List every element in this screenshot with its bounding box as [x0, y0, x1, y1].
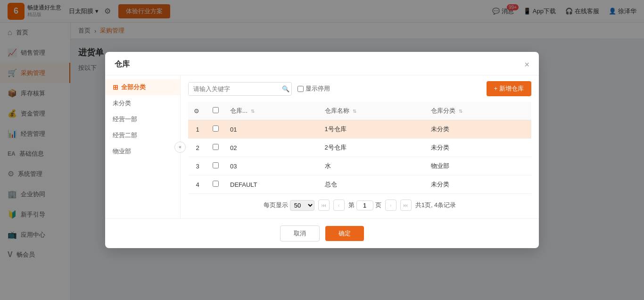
table-row[interactable]: 1 01 1号仓库 未分类	[188, 120, 531, 139]
collapse-category-button[interactable]: «	[174, 142, 186, 153]
row-category: 未分类	[425, 139, 531, 157]
per-page-select: 每页显示 50 100 200	[264, 200, 314, 211]
table-body: 1 01 1号仓库 未分类 2 02 2号仓库	[188, 120, 531, 194]
row-checkbox[interactable]	[207, 157, 224, 175]
row-code: 01	[224, 120, 319, 139]
modal-header: 仓库 ×	[105, 52, 539, 75]
row-name: 总仓	[319, 175, 425, 194]
th-category: 仓库分类 ⇅	[425, 102, 531, 120]
row-num: 1	[188, 120, 207, 139]
total-records: 共1页, 4条记录	[415, 201, 456, 209]
sort-name-icon: ⇅	[353, 108, 356, 114]
per-page-dropdown[interactable]: 50 100 200	[290, 200, 314, 211]
settings-col-icon: ⚙	[194, 108, 199, 115]
table-container: ⚙ 仓库... ⇅ 仓库名称	[188, 102, 531, 194]
th-settings: ⚙	[188, 102, 207, 120]
row-num: 4	[188, 175, 207, 194]
row-name: 水	[319, 157, 425, 175]
confirm-button[interactable]: 确定	[325, 226, 364, 241]
search-box: 🔍	[188, 82, 292, 96]
row-name: 2号仓库	[319, 139, 425, 157]
row-checkbox[interactable]	[207, 120, 224, 139]
category-item-3[interactable]: 物业部	[105, 143, 180, 159]
modal-overlay[interactable]: 仓库 × ⊞ 全部分类 未分类 经营一部 经营二部 物业部 «	[0, 0, 644, 300]
warehouse-modal: 仓库 × ⊞ 全部分类 未分类 经营一部 经营二部 物业部 «	[105, 52, 539, 248]
search-input[interactable]	[189, 83, 277, 95]
next-page-button[interactable]: ›	[385, 200, 396, 211]
row-category: 未分类	[425, 175, 531, 194]
add-warehouse-button[interactable]: + 新增仓库	[487, 81, 531, 96]
th-code: 仓库... ⇅	[224, 102, 319, 120]
prev-page-button[interactable]: ‹	[333, 200, 345, 211]
modal-footer: 取消 确定	[105, 218, 539, 248]
th-checkbox	[207, 102, 224, 120]
category-item-2[interactable]: 经营二部	[105, 127, 180, 143]
pagination: 每页显示 50 100 200 ⏮ ‹ 第 页 ›	[188, 194, 531, 213]
row-category: 物业部	[425, 157, 531, 175]
page-input-area: 第 页	[348, 200, 381, 210]
row-checkbox[interactable]	[207, 139, 224, 157]
first-page-button[interactable]: ⏮	[318, 200, 330, 211]
modal-title: 仓库	[115, 59, 130, 69]
row-code: DEFAULT	[224, 175, 319, 194]
table-row[interactable]: 2 02 2号仓库 未分类	[188, 139, 531, 157]
category-item-1[interactable]: 经营一部	[105, 111, 180, 127]
row-code: 02	[224, 139, 319, 157]
modal-close-button[interactable]: ×	[524, 60, 529, 69]
warehouse-table: ⚙ 仓库... ⇅ 仓库名称	[188, 102, 531, 194]
page-number-input[interactable]	[356, 200, 373, 210]
last-page-button[interactable]: ⏭	[400, 200, 412, 211]
row-code: 03	[224, 157, 319, 175]
table-header: ⚙ 仓库... ⇅ 仓库名称	[188, 102, 531, 120]
modal-body: ⊞ 全部分类 未分类 经营一部 经营二部 物业部 « 🔍	[105, 75, 539, 218]
row-num: 3	[188, 157, 207, 175]
search-icon[interactable]: 🔍	[277, 83, 292, 95]
sort-code-icon: ⇅	[251, 108, 255, 114]
table-row[interactable]: 3 03 水 物业部	[188, 157, 531, 175]
show-disabled-label[interactable]: 显示停用	[297, 84, 330, 93]
sort-category-icon: ⇅	[459, 108, 462, 114]
table-panel: 🔍 显示停用 + 新增仓库 ⚙	[181, 75, 539, 218]
row-checkbox[interactable]	[207, 175, 224, 194]
th-name: 仓库名称 ⇅	[319, 102, 425, 120]
row-category: 未分类	[425, 120, 531, 139]
category-panel: ⊞ 全部分类 未分类 经营一部 经营二部 物业部 «	[105, 75, 181, 218]
show-disabled-checkbox[interactable]	[297, 86, 304, 92]
row-name: 1号仓库	[319, 120, 425, 139]
grid-icon: ⊞	[113, 83, 118, 91]
table-toolbar: 🔍 显示停用 + 新增仓库	[188, 81, 531, 96]
table-row[interactable]: 4 DEFAULT 总仓 未分类	[188, 175, 531, 194]
row-num: 2	[188, 139, 207, 157]
category-item-0[interactable]: 未分类	[105, 95, 180, 111]
category-all[interactable]: ⊞ 全部分类	[105, 79, 180, 95]
select-all-checkbox[interactable]	[213, 107, 219, 113]
cancel-button[interactable]: 取消	[280, 225, 320, 242]
